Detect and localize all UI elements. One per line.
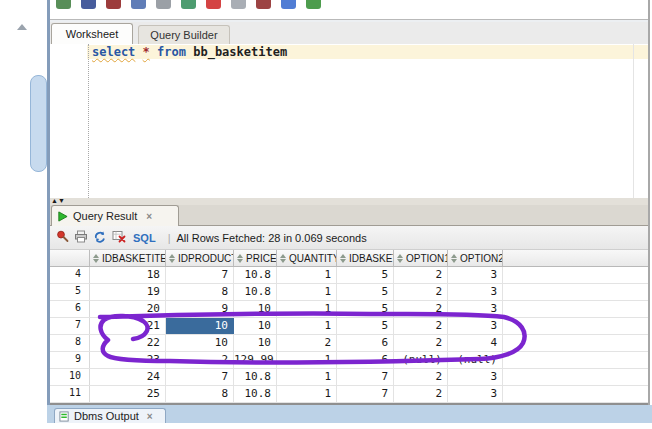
- cell-IDPRODUCT[interactable]: 8: [166, 386, 234, 402]
- cell-IDBASKETITEM[interactable]: 19: [90, 284, 166, 300]
- cell-OPTION2[interactable]: 3: [448, 386, 503, 402]
- sort-icon[interactable]: [169, 253, 175, 264]
- printer-icon[interactable]: [74, 229, 88, 247]
- cell-OPTION2[interactable]: 3: [448, 301, 503, 317]
- toolbar-icon-sliver[interactable]: [306, 0, 321, 9]
- cell-IDBASKET[interactable]: 5: [337, 284, 394, 300]
- cell-PRICE[interactable]: 10.8: [234, 369, 277, 385]
- cell-PRICE[interactable]: 129.99: [234, 352, 277, 368]
- sort-icon[interactable]: [340, 253, 346, 264]
- cell-IDBASKET[interactable]: 5: [337, 318, 394, 334]
- cell-IDBASKETITEM[interactable]: 25: [90, 386, 166, 402]
- toolbar-icon-sliver[interactable]: [281, 0, 296, 9]
- cell-IDBASKET[interactable]: 6: [337, 335, 394, 351]
- cell-QUANTITY[interactable]: 1: [277, 352, 337, 368]
- column-header-PRICE[interactable]: PRICE: [234, 250, 277, 266]
- pin-icon[interactable]: [56, 229, 69, 247]
- cell-OPTION2[interactable]: 3: [448, 318, 503, 334]
- row-number[interactable]: 6: [50, 301, 90, 317]
- cell-OPTION2[interactable]: (null): [448, 352, 503, 368]
- cell-IDBASKETITEM[interactable]: 22: [90, 335, 166, 351]
- toolbar-icon-sliver[interactable]: [256, 0, 271, 9]
- toolbar-icon-sliver[interactable]: [156, 0, 171, 9]
- toolbar-icon-sliver[interactable]: [206, 0, 221, 9]
- cell-QUANTITY[interactable]: 1: [277, 267, 337, 283]
- toolbar-icon-sliver[interactable]: [131, 0, 146, 9]
- toolbar-icon-sliver[interactable]: [81, 0, 96, 9]
- sql-statement[interactable]: select * from bb_basketitem: [92, 45, 287, 59]
- cell-QUANTITY[interactable]: 1: [277, 284, 337, 300]
- cell-QUANTITY[interactable]: 1: [277, 318, 337, 334]
- scrollbar-up-arrow-icon[interactable]: [17, 24, 27, 30]
- result-grid[interactable]: IDBASKETITEMIDPRODUCTPRICEQUANTITYIDBASK…: [50, 250, 648, 403]
- cell-PRICE[interactable]: 10: [234, 335, 277, 351]
- cell-OPTION2[interactable]: 3: [448, 267, 503, 283]
- row-number[interactable]: 10: [50, 369, 90, 385]
- cell-OPTION2[interactable]: 3: [448, 369, 503, 385]
- cell-OPTION2[interactable]: 4: [448, 335, 503, 351]
- sort-icon[interactable]: [451, 253, 457, 264]
- filter-error-icon[interactable]: [112, 229, 126, 247]
- toolbar-icon-sliver[interactable]: [231, 0, 246, 9]
- column-header-IDBASKET[interactable]: IDBASKET: [337, 250, 394, 266]
- row-number[interactable]: 9: [50, 352, 90, 368]
- cell-IDBASKET[interactable]: 5: [337, 267, 394, 283]
- cell-IDBASKET[interactable]: 7: [337, 386, 394, 402]
- column-header-OPTION1[interactable]: OPTION1: [394, 250, 448, 266]
- splitter-down-icon[interactable]: ▼: [58, 197, 65, 204]
- splitter-up-icon[interactable]: ▲: [51, 197, 58, 204]
- cell-OPTION1[interactable]: 2: [394, 318, 448, 334]
- cell-IDBASKET[interactable]: 7: [337, 369, 394, 385]
- cell-OPTION2[interactable]: 3: [448, 284, 503, 300]
- cell-IDPRODUCT[interactable]: 2: [166, 352, 234, 368]
- cell-IDBASKETITEM[interactable]: 23: [90, 352, 166, 368]
- column-header-QUANTITY[interactable]: QUANTITY: [277, 250, 337, 266]
- row-number[interactable]: 11: [50, 386, 90, 402]
- cell-QUANTITY[interactable]: 2: [277, 335, 337, 351]
- sql-button[interactable]: SQL: [133, 232, 156, 244]
- sql-editor[interactable]: [50, 44, 648, 198]
- cell-OPTION1[interactable]: (null): [394, 352, 448, 368]
- cell-IDBASKET[interactable]: 6: [337, 352, 394, 368]
- toolbar-icon-sliver[interactable]: [106, 0, 121, 9]
- cell-PRICE[interactable]: 10: [234, 301, 277, 317]
- row-number[interactable]: 8: [50, 335, 90, 351]
- cell-IDPRODUCT[interactable]: 7: [166, 369, 234, 385]
- sort-icon[interactable]: [237, 253, 243, 264]
- vertical-scrollbar-thumb[interactable]: [30, 75, 47, 172]
- cell-QUANTITY[interactable]: 1: [277, 301, 337, 317]
- row-number[interactable]: 5: [50, 284, 90, 300]
- row-number[interactable]: 7: [50, 318, 90, 334]
- row-number[interactable]: 4: [50, 267, 90, 283]
- column-header-IDBASKETITEM[interactable]: IDBASKETITEM: [90, 250, 166, 266]
- sort-icon[interactable]: [93, 253, 99, 264]
- cell-IDPRODUCT[interactable]: 9: [166, 301, 234, 317]
- tab-dbms-output[interactable]: Dbms Output ×: [54, 408, 166, 423]
- cell-OPTION1[interactable]: 2: [394, 335, 448, 351]
- sort-icon[interactable]: [280, 253, 286, 264]
- toolbar-icon-sliver[interactable]: [181, 0, 196, 9]
- cell-PRICE[interactable]: 10: [234, 318, 277, 334]
- cell-IDPRODUCT[interactable]: 10: [166, 335, 234, 351]
- cell-IDBASKETITEM[interactable]: 24: [90, 369, 166, 385]
- tab-worksheet[interactable]: Worksheet: [51, 23, 133, 44]
- cell-IDBASKETITEM[interactable]: 21: [90, 318, 166, 334]
- tab-query-builder[interactable]: Query Builder: [138, 25, 230, 44]
- cell-OPTION1[interactable]: 2: [394, 267, 448, 283]
- cell-IDBASKETITEM[interactable]: 18: [90, 267, 166, 283]
- cell-OPTION1[interactable]: 2: [394, 386, 448, 402]
- cell-IDPRODUCT[interactable]: 7: [166, 267, 234, 283]
- cell-QUANTITY[interactable]: 1: [277, 386, 337, 402]
- cell-OPTION1[interactable]: 2: [394, 369, 448, 385]
- cell-IDBASKET[interactable]: 5: [337, 301, 394, 317]
- tab-query-result[interactable]: Query Result ×: [51, 205, 179, 226]
- cell-QUANTITY[interactable]: 1: [277, 369, 337, 385]
- close-icon[interactable]: ×: [146, 211, 152, 222]
- cell-IDBASKETITEM[interactable]: 20: [90, 301, 166, 317]
- splitter-collapse-arrows[interactable]: ▲▼: [51, 197, 65, 204]
- toolbar-icon-sliver[interactable]: [56, 0, 71, 9]
- cell-PRICE[interactable]: 10.8: [234, 386, 277, 402]
- cell-PRICE[interactable]: 10.8: [234, 267, 277, 283]
- column-header-IDPRODUCT[interactable]: IDPRODUCT: [166, 250, 234, 266]
- horizontal-splitter[interactable]: [50, 198, 648, 205]
